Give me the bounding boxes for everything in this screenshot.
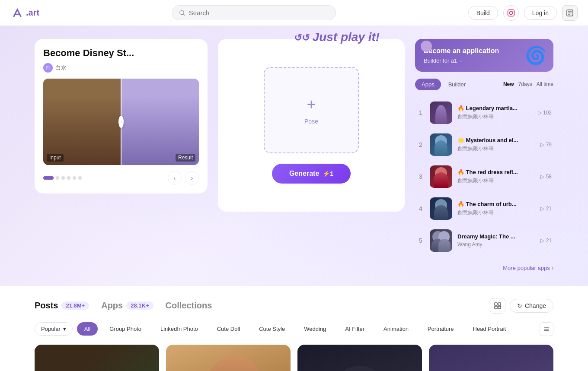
dot-5[interactable]: [73, 176, 76, 180]
app-name-4: 🔥 The charm of urb...: [457, 201, 535, 208]
app-info-4: 🔥 The charm of urb... 創意無限小林哥: [457, 201, 535, 216]
generate-button[interactable]: Generate ⚡1: [272, 164, 351, 184]
tab-posts[interactable]: Posts 21.8M+: [35, 301, 89, 311]
grid-item-3[interactable]: [297, 345, 422, 371]
more-apps-link[interactable]: More popular apps ›: [415, 263, 553, 273]
card-center: ↺↺ Just play it! + Pose Generate ⚡1: [218, 39, 405, 212]
svg-rect-11: [495, 306, 497, 309]
grid-view-button[interactable]: [490, 298, 505, 314]
logo[interactable]: .art: [10, 6, 39, 20]
dot-1[interactable]: [43, 176, 54, 180]
posts-tabs: Posts 21.8M+ Apps 28.1K+ Collections: [35, 301, 212, 311]
header: .art Build Log in: [0, 0, 588, 26]
divider: →: [121, 79, 121, 165]
generate-label: Generate: [289, 170, 319, 178]
just-play-label: ↺↺ Just play it!: [294, 30, 380, 44]
instagram-button[interactable]: [503, 5, 519, 21]
tab-collections[interactable]: Collections: [166, 301, 212, 311]
filter-ai-filter[interactable]: AI Filter: [338, 322, 372, 336]
app-thumb-3: [430, 165, 452, 188]
app-name-5: Dreamy Magic: The ...: [457, 233, 535, 241]
app-author-3: 創意無限小林哥: [457, 177, 535, 184]
chevron-down-icon: ▾: [63, 326, 66, 332]
filter-cute-doll[interactable]: Cute Doll: [210, 322, 247, 336]
app-plays-5: ▷ 21: [540, 238, 552, 244]
pose-box[interactable]: + Pose: [264, 67, 359, 153]
tab-apps[interactable]: Apps: [415, 79, 441, 90]
filter-head-portrait[interactable]: Head Portrait: [466, 322, 514, 336]
grid-item-4[interactable]: [429, 345, 553, 371]
filter-all[interactable]: All: [77, 322, 98, 336]
posts-section: Posts 21.8M+ Apps 28.1K+ Collections: [0, 286, 588, 371]
login-button[interactable]: Log in: [524, 6, 557, 20]
avatar-button[interactable]: [562, 5, 578, 21]
tab-builder[interactable]: Builder: [442, 79, 472, 90]
image-grid: [35, 345, 553, 371]
next-button[interactable]: ›: [185, 171, 199, 185]
list-item[interactable]: 4 🔥 The charm of urb... 創意無限小林哥 ▷ 21: [415, 193, 553, 224]
sort-select[interactable]: Popular ▾: [35, 322, 73, 336]
logo-text: .art: [26, 8, 39, 18]
filter-linkedin-photo[interactable]: LinkedIn Photo: [153, 322, 205, 336]
tab-posts-label: Posts: [35, 301, 58, 311]
tab-collections-label: Collections: [166, 301, 212, 311]
dot-2[interactable]: [56, 176, 59, 180]
grid-icon: [494, 302, 501, 309]
list-item[interactable]: 5 Dreamy Magic: The ... Wang Amy ▷ 21: [415, 225, 553, 256]
svg-point-3: [509, 11, 513, 15]
filter-expand-button[interactable]: [540, 322, 553, 336]
pose-label: Pose: [304, 118, 318, 125]
author-name: 白水: [55, 64, 67, 72]
app-info-5: Dreamy Magic: The ... Wang Amy: [457, 233, 535, 247]
time-new[interactable]: New: [503, 81, 514, 87]
filter-cute-style[interactable]: Cute Style: [252, 322, 292, 336]
dot-3[interactable]: [61, 176, 65, 180]
card-author[interactable]: 白 白水: [43, 63, 199, 73]
result-person: [121, 79, 199, 165]
filter-wedding[interactable]: Wedding: [297, 322, 333, 336]
posts-badge: 21.8M+: [61, 301, 89, 310]
app-author-4: 創意無限小林哥: [457, 209, 535, 216]
tabs-left: Apps Builder: [415, 79, 472, 90]
chevron-right-icon: ›: [552, 265, 553, 271]
apps-badge: 28.1K+: [126, 301, 153, 310]
nav-buttons: ‹ ›: [168, 171, 199, 185]
svg-rect-10: [498, 303, 501, 305]
filter-animation[interactable]: Animation: [376, 322, 416, 336]
list-item[interactable]: 3 🔥 The red dress refl... 創意無限小林哥 ▷ 58: [415, 161, 553, 192]
result-half: Result: [121, 79, 199, 165]
filter-row: Popular ▾ All Group Photo LinkedIn Photo…: [35, 322, 553, 336]
builder-banner[interactable]: Become an application Builder for a1→ 🌀: [415, 39, 553, 72]
filter-group-photo[interactable]: Group Photo: [102, 322, 149, 336]
change-button[interactable]: ↻ Change: [510, 299, 553, 313]
input-half: Input: [43, 79, 121, 165]
hero-section: Become Disney St... 白 白水 Input Result →: [0, 26, 588, 286]
search-input[interactable]: [189, 9, 329, 16]
logo-icon: [10, 6, 24, 20]
rank-1: 1: [417, 109, 425, 116]
header-right: Build Log in: [468, 5, 578, 21]
card-left: Become Disney St... 白 白水 Input Result →: [35, 39, 208, 193]
search-bar[interactable]: [172, 5, 336, 20]
input-label: Input: [47, 154, 64, 162]
prev-button[interactable]: ‹: [168, 171, 182, 185]
list-item[interactable]: 1 🔥 Legendary martia... 創意無限小林哥 ▷ 102: [415, 97, 553, 128]
filter-portraiture[interactable]: Portraiture: [420, 322, 461, 336]
build-button[interactable]: Build: [468, 6, 498, 20]
grid-item-1[interactable]: [35, 345, 159, 371]
dot-4[interactable]: [67, 176, 70, 180]
app-info-1: 🔥 Legendary martia... 創意無限小林哥: [457, 105, 533, 120]
sidebar-right: Become an application Builder for a1→ 🌀 …: [415, 39, 553, 273]
dot-6[interactable]: [78, 176, 82, 180]
list-item[interactable]: 2 🌟 Mysterious and el... 創意無限小林哥 ▷ 79: [415, 129, 553, 160]
rank-5: 5: [417, 237, 425, 244]
tab-apps-main[interactable]: Apps 28.1K+: [101, 301, 153, 311]
app-thumb-5: [430, 229, 452, 252]
dots: [43, 176, 82, 180]
input-person: [43, 79, 121, 165]
time-alltime[interactable]: All time: [537, 81, 553, 87]
grid-item-2[interactable]: [166, 345, 291, 371]
time-7days[interactable]: 7days: [518, 81, 532, 87]
svg-rect-2: [508, 10, 514, 16]
app-plays-4: ▷ 21: [540, 206, 552, 212]
